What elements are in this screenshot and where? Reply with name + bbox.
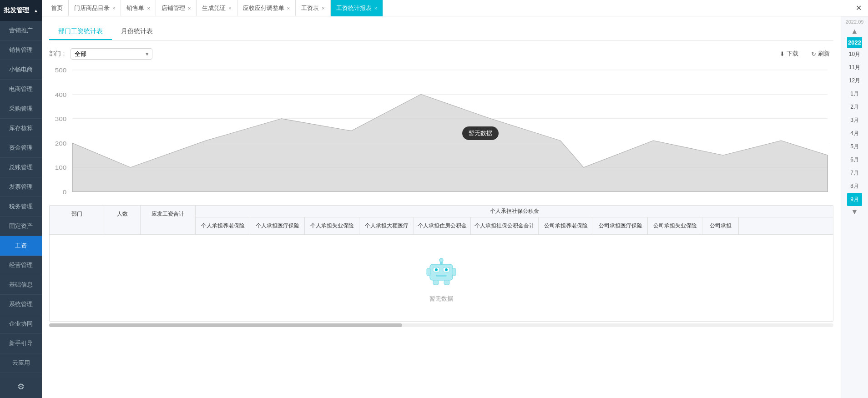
- sidebar-item-系统管理[interactable]: 系统管理: [0, 295, 42, 314]
- sidebar: 批发管理 ▲ 营销推广销售管理小畅电商电商管理采购管理库存核算资金管理总账管理发…: [0, 0, 42, 398]
- th-group-social: 个人承担社保公积金 个人承担养老保险 个人承担医疗保险 个人承担失业保险 个人承…: [195, 206, 833, 234]
- date-month-3月[interactable]: 3月: [847, 114, 862, 127]
- tab-应收应付调整单[interactable]: 应收应付调整单×: [237, 0, 296, 16]
- dept-select-wrapper: 全部: [71, 48, 152, 60]
- th-company-medical: 公司承担医疗保险: [593, 217, 648, 234]
- refresh-button[interactable]: ↻ 刷新: [807, 48, 833, 60]
- sidebar-item-工资[interactable]: 工资: [0, 236, 42, 256]
- sidebar-item-小畅电商[interactable]: 小畅电商: [0, 60, 42, 80]
- sidebar-item-销售管理[interactable]: 销售管理: [0, 40, 42, 60]
- tab-生成凭证[interactable]: 生成凭证×: [197, 0, 237, 16]
- th-pension: 个人承担养老保险: [196, 217, 250, 234]
- tab-bar-end: ✕: [853, 3, 864, 13]
- date-month-8月[interactable]: 8月: [847, 180, 862, 193]
- sidebar-item-营销推广[interactable]: 营销推广: [0, 21, 42, 40]
- tab-month-stats[interactable]: 月份统计表: [112, 24, 162, 40]
- tab-dept-stats[interactable]: 部门工资统计表: [49, 24, 112, 40]
- tab-close-icon[interactable]: ×: [228, 5, 231, 11]
- svg-rect-12: [430, 264, 453, 280]
- sidebar-header[interactable]: 批发管理 ▲: [0, 0, 42, 21]
- tab-close-icon[interactable]: ×: [188, 5, 191, 11]
- svg-rect-21: [452, 268, 456, 276]
- svg-text:300: 300: [55, 116, 67, 122]
- close-all-button[interactable]: ✕: [853, 3, 864, 13]
- tab-bar: 首页门店商品目录×销售单×店铺管理×生成凭证×应收应付调整单×工资表×工资统计报…: [42, 0, 868, 16]
- th-social-total: 个人承担社保公积金合计: [471, 217, 539, 234]
- scrollbar-thumb[interactable]: [49, 323, 402, 327]
- date-month-5月[interactable]: 5月: [847, 140, 862, 153]
- sidebar-arrow-icon: ▲: [34, 8, 38, 13]
- sub-tabs: 部门工资统计表 月份统计表: [49, 24, 833, 40]
- sidebar-item-总账管理[interactable]: 总账管理: [0, 158, 42, 177]
- date-month-12月[interactable]: 12月: [847, 74, 862, 87]
- date-month-10月[interactable]: 10月: [847, 48, 862, 61]
- sidebar-item-电商管理[interactable]: 电商管理: [0, 80, 42, 99]
- svg-rect-22: [433, 280, 439, 285]
- tab-close-icon[interactable]: ×: [112, 5, 115, 11]
- tab-店铺管理[interactable]: 店铺管理×: [156, 0, 197, 16]
- th-total-salary: 应发工资合计: [141, 206, 195, 234]
- date-month-9月[interactable]: 9月: [847, 193, 862, 206]
- sidebar-title: 批发管理: [4, 6, 29, 15]
- download-label: 下载: [787, 50, 798, 58]
- date-month-11月[interactable]: 11月: [847, 61, 862, 74]
- th-group-label: 个人承担社保公积金: [196, 206, 833, 217]
- sidebar-item-发票管理[interactable]: 发票管理: [0, 177, 42, 197]
- tab-label: 工资表: [301, 4, 319, 12]
- th-company-unemployment: 公司承担失业保险: [648, 217, 702, 234]
- dept-select[interactable]: 全部: [71, 48, 152, 60]
- tab-close-icon[interactable]: ×: [374, 5, 377, 11]
- svg-point-15: [435, 268, 438, 271]
- tab-门店商品目录[interactable]: 门店商品目录×: [69, 0, 121, 16]
- empty-state: 暂无数据: [50, 235, 833, 321]
- tab-label: 首页: [51, 4, 63, 12]
- tab-工资表[interactable]: 工资表×: [296, 0, 330, 16]
- sidebar-item-企业协同[interactable]: 企业协同: [0, 314, 42, 334]
- settings-icon[interactable]: ⚙: [0, 375, 42, 398]
- svg-text:400: 400: [55, 91, 67, 98]
- chart-svg: 500 400 300 200 100 0: [49, 65, 833, 202]
- svg-text:100: 100: [55, 165, 67, 171]
- tab-首页[interactable]: 首页: [45, 0, 69, 16]
- horizontal-scrollbar[interactable]: [49, 323, 833, 327]
- tab-close-icon[interactable]: ×: [147, 5, 150, 11]
- th-group-cells: 个人承担养老保险 个人承担医疗保险 个人承担失业保险 个人承担大额医疗 个人承担…: [196, 217, 833, 234]
- date-year-label: 2022: [847, 37, 862, 48]
- tab-close-icon[interactable]: ×: [287, 5, 290, 11]
- svg-text:0: 0: [63, 189, 67, 196]
- download-button[interactable]: ⬇ 下载: [776, 48, 802, 60]
- date-month-6月[interactable]: 6月: [847, 153, 862, 166]
- th-count: 人数: [104, 206, 141, 234]
- sidebar-item-采购管理[interactable]: 采购管理: [0, 99, 42, 119]
- th-large-medical: 个人承担大额医疗: [359, 217, 414, 234]
- date-month-7月[interactable]: 7月: [847, 166, 862, 180]
- date-month-1月[interactable]: 1月: [847, 87, 862, 101]
- refresh-icon: ↻: [811, 50, 816, 57]
- chart-no-data-tooltip: 暂无数据: [462, 126, 499, 140]
- svg-rect-20: [427, 268, 430, 276]
- sidebar-item-税务管理[interactable]: 税务管理: [0, 197, 42, 217]
- date-nav-down[interactable]: ▼: [841, 206, 868, 218]
- tab-工资统计报表[interactable]: 工资统计报表×: [331, 0, 383, 16]
- date-month-2月[interactable]: 2月: [847, 101, 862, 114]
- sidebar-item-云应用[interactable]: 云应用: [0, 353, 42, 373]
- date-current-label: 2022.09: [845, 18, 865, 25]
- date-nav-up[interactable]: ▲: [841, 25, 868, 37]
- tab-close-icon[interactable]: ×: [322, 5, 324, 11]
- sidebar-item-固定资产[interactable]: 固定资产: [0, 217, 42, 236]
- sidebar-item-库存核算[interactable]: 库存核算: [0, 119, 42, 138]
- th-medical: 个人承担医疗保险: [250, 217, 305, 234]
- sidebar-item-资金管理[interactable]: 资金管理: [0, 138, 42, 158]
- date-month-4月[interactable]: 4月: [847, 127, 862, 140]
- svg-rect-23: [444, 280, 449, 285]
- sidebar-item-新手引导[interactable]: 新手引导: [0, 334, 42, 353]
- main-area: 首页门店商品目录×销售单×店铺管理×生成凭证×应收应付调整单×工资表×工资统计报…: [42, 0, 868, 398]
- th-company-pension: 公司承担养老保险: [539, 217, 593, 234]
- tab-销售单[interactable]: 销售单×: [121, 0, 156, 16]
- svg-text:500: 500: [55, 67, 67, 74]
- sidebar-item-基础信息[interactable]: 基础信息: [0, 275, 42, 295]
- refresh-label: 刷新: [818, 50, 830, 58]
- sidebar-item-经营管理[interactable]: 经营管理: [0, 256, 42, 275]
- th-housing-fund: 个人承担住房公积金: [414, 217, 471, 234]
- th-company-other: 公司承担: [702, 217, 739, 234]
